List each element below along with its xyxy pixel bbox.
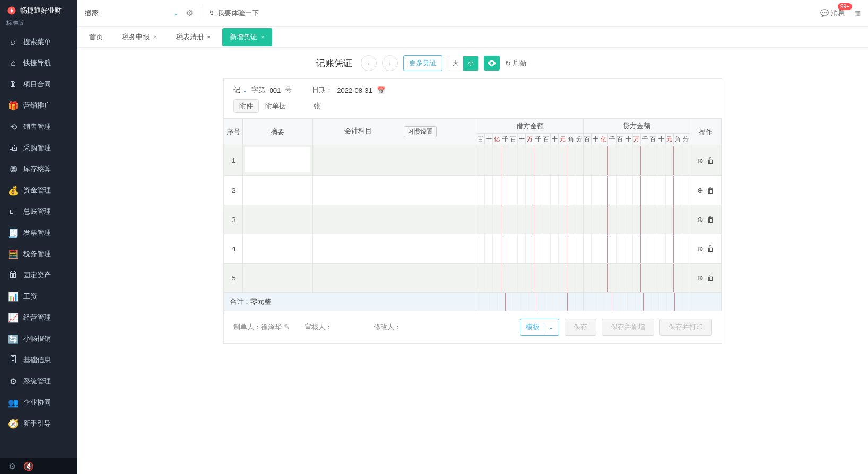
sidebar-item-15[interactable]: 🗄基础信息 (0, 349, 77, 371)
sidebar-item-6[interactable]: ⛃库存核算 (0, 159, 77, 180)
delete-row-icon[interactable]: 🗑 (707, 156, 714, 165)
sidebar-item-0[interactable]: ⌕搜索菜单 (0, 31, 77, 52)
tab-1[interactable]: 税务申报× (115, 28, 164, 46)
summary-input[interactable] (245, 147, 310, 172)
subject-cell[interactable] (312, 145, 476, 176)
summary-cell[interactable] (243, 234, 312, 264)
sidebar-item-9[interactable]: 🧾发票管理 (0, 222, 77, 243)
habit-settings-button[interactable]: 习惯设置 (404, 126, 437, 137)
size-large-button[interactable]: 大 (448, 56, 463, 71)
voucher-header: 记 ⌄ 字第 001 号 日期： 2022-08-31 📅 (224, 79, 722, 95)
sidebar-item-8[interactable]: 🗂总账管理 (0, 201, 77, 222)
sidebar-item-2[interactable]: 🗎项目合同 (0, 74, 77, 95)
save-print-button[interactable]: 保存并打印 (659, 319, 712, 336)
delete-row-icon[interactable]: 🗑 (707, 186, 714, 195)
voucher-date-input[interactable]: 2022-08-31 (337, 86, 372, 94)
sidebar-item-14[interactable]: 🔄小畅报销 (0, 328, 77, 349)
panel-icon[interactable]: ▦ (854, 9, 861, 17)
edit-icon[interactable]: ✎ (284, 323, 290, 331)
close-icon[interactable]: × (153, 33, 157, 41)
company-select[interactable]: 搬家 ⌄ (85, 8, 178, 18)
tab-3[interactable]: 新增凭证× (222, 28, 272, 46)
lightning-icon: ↯ (209, 9, 214, 17)
gear-icon[interactable]: ⚙ (186, 8, 193, 18)
voucher-number-input[interactable]: 001 (270, 86, 281, 94)
insert-row-icon[interactable]: ⊕ (697, 244, 704, 253)
credit-cell[interactable] (583, 176, 690, 205)
col-subject: 会计科目 习惯设置 (312, 119, 476, 145)
sidebar-item-13[interactable]: 📈经营管理 (0, 307, 77, 328)
voucher-type-select[interactable]: 记 ⌄ (233, 85, 247, 95)
subject-cell[interactable] (312, 234, 476, 264)
sidebar-item-4[interactable]: ⟲销售管理 (0, 116, 77, 137)
insert-row-icon[interactable]: ⊕ (697, 215, 704, 224)
experience-button[interactable]: ↯ 我要体验一下 (209, 8, 259, 18)
sidebar-item-label: 基础信息 (23, 355, 51, 365)
insert-row-icon[interactable]: ⊕ (697, 156, 704, 165)
col-summary: 摘要 (243, 119, 312, 145)
sidebar-item-7[interactable]: 💰资金管理 (0, 180, 77, 201)
sidebar-item-icon: 👥 (8, 398, 18, 407)
next-button[interactable]: › (382, 55, 398, 71)
voucher-footer: 制单人：徐泽华 ✎ 审核人： 修改人： 模板⌄ 保存 保存并新增 保存并打印 (224, 311, 722, 343)
sidebar-item-1[interactable]: ⌂快捷导航 (0, 52, 77, 74)
attachment-button[interactable]: 附件 (233, 99, 259, 113)
tab-bar: 首页税务申报×税表清册×新增凭证× (77, 27, 868, 48)
sidebar-item-icon: 🧭 (8, 419, 18, 428)
digit-header: 百 (583, 134, 591, 145)
sidebar-item-17[interactable]: 👥企业协同 (0, 392, 77, 413)
message-button[interactable]: 💬 消息 99+ (820, 8, 845, 18)
save-button[interactable]: 保存 (565, 319, 596, 336)
settings-icon[interactable]: ⚙ (8, 461, 16, 471)
seq-cell: 2 (224, 176, 243, 205)
credit-cell[interactable] (583, 205, 690, 234)
summary-cell[interactable] (243, 205, 312, 234)
template-button[interactable]: 模板⌄ (520, 319, 559, 336)
sidebar-item-3[interactable]: 🎁营销推广 (0, 95, 77, 116)
credit-cell[interactable] (583, 234, 690, 264)
summary-cell[interactable] (243, 145, 312, 176)
delete-row-icon[interactable]: 🗑 (707, 244, 714, 253)
debit-cell[interactable] (476, 264, 583, 293)
sidebar-item-11[interactable]: 🏛固定资产 (0, 265, 77, 286)
sidebar-item-5[interactable]: 🛍采购管理 (0, 137, 77, 159)
more-voucher-button[interactable]: 更多凭证 (403, 55, 442, 71)
subject-cell[interactable] (312, 205, 476, 234)
delete-row-icon[interactable]: 🗑 (707, 274, 714, 282)
tab-0[interactable]: 首页 (82, 28, 110, 46)
subject-cell[interactable] (312, 176, 476, 205)
close-icon[interactable]: × (207, 33, 211, 41)
digit-header: 千 (501, 134, 509, 145)
sidebar-item-icon: 📈 (8, 313, 18, 322)
page-toolbar: 记账凭证 ‹ › 更多凭证 大 小 ↻ 刷新 (77, 55, 868, 78)
prev-button[interactable]: ‹ (361, 55, 377, 71)
sidebar-item-16[interactable]: ⚙系统管理 (0, 371, 77, 392)
calendar-icon[interactable]: 📅 (377, 86, 385, 94)
credit-cell[interactable] (583, 264, 690, 293)
message-badge: 99+ (838, 3, 852, 10)
refresh-button[interactable]: ↻ 刷新 (505, 58, 527, 68)
summary-cell[interactable] (243, 264, 312, 293)
size-small-button[interactable]: 小 (463, 56, 478, 71)
preview-button[interactable] (484, 56, 500, 71)
debit-cell[interactable] (476, 205, 583, 234)
credit-cell[interactable] (583, 145, 690, 176)
subject-cell[interactable] (312, 264, 476, 293)
summary-cell[interactable] (243, 176, 312, 205)
sidebar-item-18[interactable]: 🧭新手引导 (0, 413, 77, 434)
sidebar-item-10[interactable]: 🧮税务管理 (0, 243, 77, 265)
delete-row-icon[interactable]: 🗑 (707, 215, 714, 224)
insert-row-icon[interactable]: ⊕ (697, 186, 704, 195)
tab-2[interactable]: 税表清册× (169, 28, 219, 46)
save-new-button[interactable]: 保存并新增 (602, 319, 654, 336)
sidebar-item-12[interactable]: 📊工资 (0, 286, 77, 307)
font-size-toggle: 大 小 (448, 56, 479, 71)
debit-cell[interactable] (476, 176, 583, 205)
insert-row-icon[interactable]: ⊕ (697, 274, 704, 282)
sound-icon[interactable]: 🔇 (23, 461, 34, 471)
debit-cell[interactable] (476, 234, 583, 264)
close-icon[interactable]: × (261, 33, 265, 41)
digit-header: 十 (550, 134, 558, 145)
debit-cell[interactable] (476, 145, 583, 176)
digit-header: 十 (484, 134, 492, 145)
